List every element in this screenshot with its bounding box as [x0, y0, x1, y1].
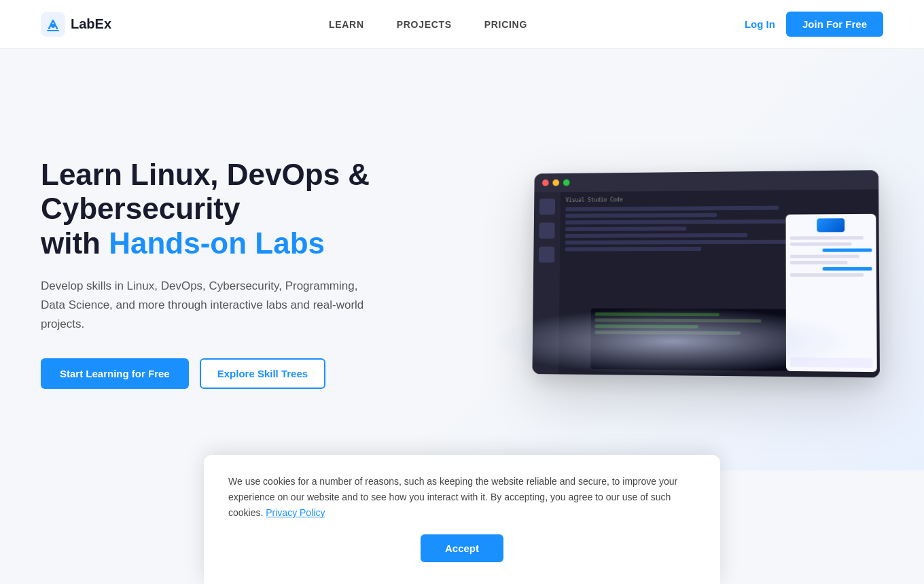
ai-logo	[817, 218, 845, 232]
logo-text: LabEx	[71, 16, 111, 32]
cookie-footer: Accept	[228, 534, 696, 562]
dot-maximize	[563, 179, 570, 186]
explore-skill-trees-button[interactable]: Explore Skill Trees	[200, 358, 325, 389]
screenshot-body: Visual Studio Code	[532, 189, 880, 377]
logo-link[interactable]: LabEx	[41, 12, 111, 37]
ai-message	[790, 261, 847, 264]
search-icon-bar	[539, 222, 554, 239]
editor-tab: Visual Studio Code	[565, 195, 873, 203]
logo-icon	[41, 12, 65, 37]
ai-chat-panel	[786, 214, 877, 372]
product-screenshot: Visual Studio Code	[532, 170, 880, 377]
terminal-line	[595, 318, 762, 322]
explorer-icon	[539, 199, 555, 215]
git-icon	[539, 247, 554, 263]
ai-input-bar	[790, 358, 872, 368]
nav-learn[interactable]: LEARN	[329, 19, 364, 30]
ai-message	[790, 242, 851, 245]
nav-links: LEARN PROJECTS PRICING	[329, 19, 527, 30]
dot-close	[542, 179, 549, 186]
nav-projects[interactable]: PROJECTS	[397, 19, 452, 30]
login-button[interactable]: Log In	[745, 18, 775, 30]
terminal	[590, 308, 808, 371]
terminal-line	[595, 312, 719, 316]
cookie-text: We use cookies for a number of reasons, …	[228, 474, 696, 521]
hero-image: Visual Studio Code	[530, 171, 883, 375]
code-line	[565, 247, 702, 251]
terminal-line	[594, 330, 740, 334]
accept-button[interactable]: Accept	[421, 534, 503, 562]
join-button[interactable]: Join For Free	[786, 12, 883, 37]
cookie-banner: We use cookies for a number of reasons, …	[204, 455, 720, 584]
code-line	[565, 226, 686, 231]
ai-message-user	[823, 248, 872, 252]
hero-content: Learn Linux, DevOps & Cybersecurity with…	[41, 158, 421, 390]
titlebar	[534, 170, 878, 192]
privacy-policy-link[interactable]: Privacy Policy	[266, 507, 325, 518]
code-line	[565, 233, 748, 238]
code-line	[565, 213, 717, 218]
ai-message-user	[823, 267, 872, 271]
hero-description: Develop skills in Linux, DevOps, Cyberse…	[41, 277, 380, 334]
navbar-actions: Log In Join For Free	[745, 12, 883, 37]
hero-section: Learn Linux, DevOps & Cybersecurity with…	[0, 49, 924, 470]
ai-message	[790, 273, 864, 277]
ai-message	[790, 236, 864, 239]
navbar: LabEx LEARN PROJECTS PRICING Log In Join…	[0, 0, 924, 49]
dot-minimize	[552, 179, 559, 186]
svg-point-1	[51, 24, 55, 28]
code-line	[565, 240, 794, 245]
hero-buttons: Start Learning for Free Explore Skill Tr…	[41, 358, 421, 389]
ai-message	[790, 255, 860, 258]
activity-bar	[532, 192, 560, 374]
start-learning-button[interactable]: Start Learning for Free	[41, 358, 189, 389]
terminal-line	[595, 324, 698, 328]
code-line	[565, 206, 779, 211]
nav-pricing[interactable]: PRICING	[484, 19, 527, 30]
editor-area: Visual Studio Code	[558, 189, 880, 377]
hero-title: Learn Linux, DevOps & Cybersecurity with…	[41, 158, 421, 261]
